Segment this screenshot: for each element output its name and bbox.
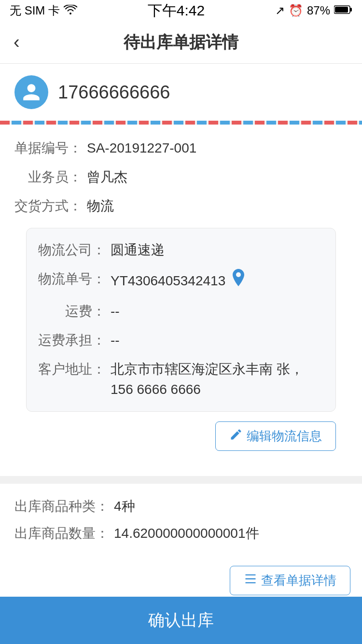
view-detail-icon [244,572,257,589]
status-time: 下午4:42 [148,1,205,21]
map-location-icon[interactable] [231,269,246,293]
avatar [14,75,48,109]
salesperson-value: 曾凡杰 [82,167,348,187]
confirm-bar[interactable]: 确认出库 [0,597,362,644]
delivery-method-value: 物流 [82,196,348,216]
section-divider [0,476,362,484]
tracking-row: 物流单号： YT4306405342413 [38,269,324,293]
freight-value: -- [106,301,324,322]
user-phone: 17666666666 [58,82,170,103]
svg-rect-2 [335,7,348,13]
goods-quantity-label: 出库商品数量： [14,524,109,543]
order-number-row: 单据编号： SA-20191227-001 [14,138,348,158]
delivery-method-label: 交货方式： [14,196,82,216]
view-detail-button[interactable]: 查看单据详情 [230,566,350,595]
wifi-icon [64,4,77,17]
goods-types-label: 出库商品种类： [14,497,109,516]
back-button[interactable]: ‹ [14,32,20,53]
salesperson-row: 业务员： 曾凡杰 [14,167,348,187]
delivery-method-row: 交货方式： 物流 [14,196,348,216]
edit-icon [229,428,243,445]
confirm-button-label: 确认出库 [148,609,214,631]
status-left: 无 SIM 卡 [10,3,77,18]
goods-quantity-row: 出库商品数量： 14.620000000000001件 [14,524,348,543]
order-number-value: SA-20191227-001 [82,138,348,158]
edit-logistics-button[interactable]: 编辑物流信息 [215,421,336,451]
address-row: 客户地址： 北京市市辖区海淀区永丰南 张，156 6666 6666 [38,359,324,400]
goods-types-row: 出库商品种类： 4种 [14,497,348,516]
battery-label: 87% [307,4,330,17]
address-label: 客户地址： [38,359,106,379]
order-info-section: 单据编号： SA-20191227-001 业务员： 曾凡杰 交货方式： 物流 … [0,125,362,476]
svg-rect-1 [350,8,352,12]
logistics-company-row: 物流公司： 圆通速递 [38,240,324,260]
freight-row: 运费： -- [38,301,324,322]
carrier-label: 无 SIM 卡 [10,3,60,18]
status-bar: 无 SIM 卡 下午4:42 ↗ ⏰ 87% [0,0,362,21]
nav-bar: ‹ 待出库单据详情 [0,21,362,64]
goods-section: 出库商品种类： 4种 出库商品数量： 14.620000000000001件 [0,484,362,556]
freight-bearer-label: 运费承担： [38,330,106,350]
goods-quantity-value: 14.620000000000001件 [109,524,348,543]
edit-logistics-label: 编辑物流信息 [247,428,322,445]
logistics-company-value: 圆通速递 [106,240,324,260]
person-icon [21,82,42,102]
logistics-company-label: 物流公司： [38,240,106,260]
page-title: 待出库单据详情 [124,31,238,54]
freight-bearer-row: 运费承担： -- [38,330,324,350]
logistics-card: 物流公司： 圆通速递 物流单号： YT4306405342413 运费： -- [26,228,336,412]
tracking-value: YT4306405342413 [106,269,324,293]
dashed-separator [0,121,362,125]
salesperson-label: 业务员： [14,167,82,187]
freight-bearer-value: -- [106,330,324,350]
goods-types-value: 4种 [109,497,348,516]
battery-icon [334,4,352,17]
alarm-icon: ⏰ [289,4,303,17]
address-value: 北京市市辖区海淀区永丰南 张，156 6666 6666 [106,359,324,400]
order-number-label: 单据编号： [14,138,82,158]
location-status-icon: ↗ [275,4,285,17]
user-section: 17666666666 [0,64,362,121]
status-right: ↗ ⏰ 87% [275,4,352,17]
tracking-label: 物流单号： [38,269,106,289]
edit-logistics-container: 编辑物流信息 [14,412,348,462]
view-detail-label: 查看单据详情 [261,572,336,589]
freight-label: 运费： [38,301,106,322]
tracking-number: YT4306405342413 [111,271,225,291]
